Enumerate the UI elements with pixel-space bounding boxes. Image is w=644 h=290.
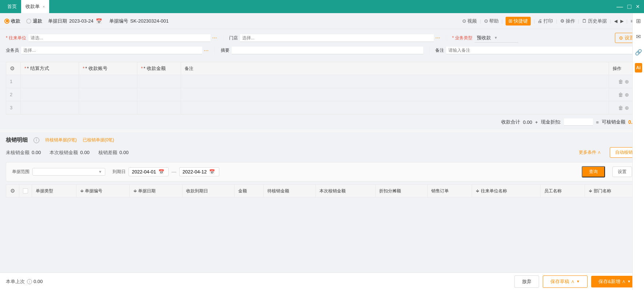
operations-button[interactable]: ⚙ 操作	[560, 18, 575, 24]
chevron-down-icon: ▼	[494, 36, 498, 40]
right-sidebar: ⊞ ✉ 🔗 Ai	[632, 13, 644, 290]
row-3-settle[interactable]	[21, 101, 79, 114]
sidebar-ai-icon[interactable]: Ai	[635, 63, 642, 72]
pending-tab[interactable]: 待核销单据(0笔)	[45, 137, 77, 143]
store-field: 门店 ···	[229, 34, 440, 42]
radio-refund[interactable]: 退款	[26, 18, 42, 24]
minimize-button[interactable]: —	[615, 3, 625, 11]
select-all-checkbox[interactable]	[23, 188, 28, 193]
amount-header: ** 收款金额	[137, 62, 181, 75]
bottom-th-sales-order: 销售订单	[428, 185, 472, 197]
bottom-gear-icon: ⚙	[10, 188, 15, 194]
date-calendar-icon[interactable]: 📅	[96, 18, 102, 24]
due-date-to-picker[interactable]: 2022-04-12 📅	[179, 167, 219, 176]
filter-row: 单据范围 ▼ 到期日 2022-04-01 📅 — 2022-04-12 📅	[6, 162, 638, 181]
remark-input[interactable]	[446, 47, 638, 54]
row-2-delete-icon[interactable]: 🗑	[618, 92, 623, 98]
more-conditions-button[interactable]: 更多条件 ∧	[579, 149, 601, 156]
row-1-delete-icon[interactable]: 🗑	[618, 79, 623, 85]
row-1-account[interactable]	[79, 75, 137, 88]
nav-home[interactable]: 首页	[3, 0, 21, 13]
total-label: 收款合计	[501, 119, 520, 125]
diff-value: 0.00	[119, 150, 129, 155]
counterparty-input[interactable]	[28, 34, 211, 42]
row-3-copy-icon[interactable]: ⊕	[625, 105, 629, 111]
row-3-remark[interactable]	[181, 101, 609, 114]
sidebar-mail-icon[interactable]: ✉	[635, 32, 642, 42]
nav-prev-button[interactable]: ◀	[614, 19, 617, 24]
staff-input[interactable]	[21, 47, 202, 54]
row-1-amount[interactable]	[137, 75, 181, 88]
help-button[interactable]: ⊙ 帮助	[484, 18, 499, 24]
shortcut-button[interactable]: ⊞ 快捷键	[506, 17, 531, 26]
sidebar-table-icon[interactable]: ⊞	[635, 16, 642, 26]
discount-input[interactable]	[564, 118, 593, 126]
nav-tab-label: 收款单	[25, 3, 40, 10]
store-input[interactable]	[240, 34, 434, 42]
row-3-amount[interactable]	[137, 101, 181, 114]
number-label: 单据编号	[109, 18, 128, 24]
form-area: * 往来单位 ··· 门店 ··· * 业务类型 预收款 ▼ ⚙	[0, 29, 644, 62]
business-type-label: * 业务类型	[452, 35, 472, 41]
video-label: 视频	[467, 18, 477, 24]
radio-payment[interactable]: 收款	[4, 18, 20, 24]
total-value: 0.00	[523, 119, 532, 125]
nav-next-button[interactable]: ▶	[620, 19, 624, 24]
radio-refund-circle	[26, 19, 31, 24]
save-new-label: 保存&新增 ∧	[598, 278, 626, 285]
bottom-th-discount: 折扣分摊额	[376, 185, 428, 197]
range-filter-select[interactable]: ▼	[32, 168, 105, 176]
row-3-delete-icon[interactable]: 🗑	[618, 105, 623, 111]
row-2-settle[interactable]	[21, 88, 79, 101]
business-type-select[interactable]: 预收款 ▼	[475, 34, 518, 43]
row-2-amount[interactable]	[137, 88, 181, 101]
verification-table: ⚙ 单据类型 ≑ 单据编号 ≑ 单据日期 收款到期日 金额 待核销金额 本次核销…	[6, 184, 638, 197]
plus-label: +	[535, 119, 538, 125]
staff-label: 业务员	[6, 47, 19, 54]
remark-label: 备注	[435, 47, 444, 54]
footer-info-icon[interactable]: i	[27, 279, 32, 284]
unverified-value: 0.00	[32, 150, 41, 155]
print-label: 打印	[543, 18, 553, 24]
print-button[interactable]: 🖨 打印	[538, 18, 553, 24]
current-verify-stat: 本次核销金额 0.00	[50, 149, 89, 156]
store-more-button[interactable]: ···	[435, 35, 440, 41]
row-1-settle[interactable]	[21, 75, 79, 88]
footer-stat: 本单上次 i 0.00	[6, 278, 43, 285]
bottom-th-gear[interactable]: ⚙	[6, 185, 19, 197]
sidebar-link-icon[interactable]: 🔗	[633, 47, 644, 57]
row-1-copy-icon[interactable]: ⊕	[625, 79, 629, 85]
save-draft-button[interactable]: 保存草稿 ∧ ▼	[543, 275, 588, 288]
save-new-button[interactable]: 保存&新增 ∧ ▼	[591, 276, 638, 287]
video-button[interactable]: ⊙ 视频	[462, 18, 477, 24]
verify-info-icon[interactable]: i	[34, 137, 39, 143]
abandon-button[interactable]: 放弃	[514, 275, 539, 288]
row-3-account[interactable]	[79, 101, 137, 114]
done-tab[interactable]: 已核销单据(0笔)	[83, 137, 114, 143]
calendar-to-icon: 📅	[209, 169, 215, 175]
nav-tab-active[interactable]: 收款单 ×	[21, 0, 49, 13]
summary-input[interactable]	[232, 47, 424, 54]
close-window-button[interactable]: ×	[634, 3, 641, 11]
save-new-chevron-icon: ▼	[627, 279, 631, 283]
bottom-th-checkbox[interactable]	[19, 185, 32, 197]
calendar-from-icon: 📅	[158, 169, 164, 175]
due-date-to-value: 2022-04-12	[182, 169, 207, 175]
query-button[interactable]: 查询	[582, 166, 605, 177]
maximize-button[interactable]: □	[626, 3, 633, 11]
row-1-remark[interactable]	[181, 75, 609, 88]
form-row-2: 业务员 ··· 摘要 备注	[6, 47, 638, 54]
counterparty-more-button[interactable]: ···	[212, 35, 217, 41]
filter-settings-button[interactable]: 设置	[612, 166, 632, 177]
staff-more-button[interactable]: ···	[204, 47, 208, 54]
payment-type-radio-group: 收款 退款	[4, 18, 42, 24]
due-date-from-picker[interactable]: 2022-04-01 📅	[129, 167, 169, 176]
row-2-account[interactable]	[79, 88, 137, 101]
table-settings-header[interactable]: ⚙	[6, 62, 21, 75]
close-tab-icon[interactable]: ×	[43, 4, 45, 9]
row-2-remark[interactable]	[181, 88, 609, 101]
history-button[interactable]: 🗒 历史单据	[582, 18, 607, 24]
row-2-copy-icon[interactable]: ⊕	[625, 92, 629, 98]
save-draft-chevron-icon: ▼	[576, 279, 580, 283]
verify-header: 核销明细 i 待核销单据(0笔) 已核销单据(0笔)	[6, 137, 638, 144]
